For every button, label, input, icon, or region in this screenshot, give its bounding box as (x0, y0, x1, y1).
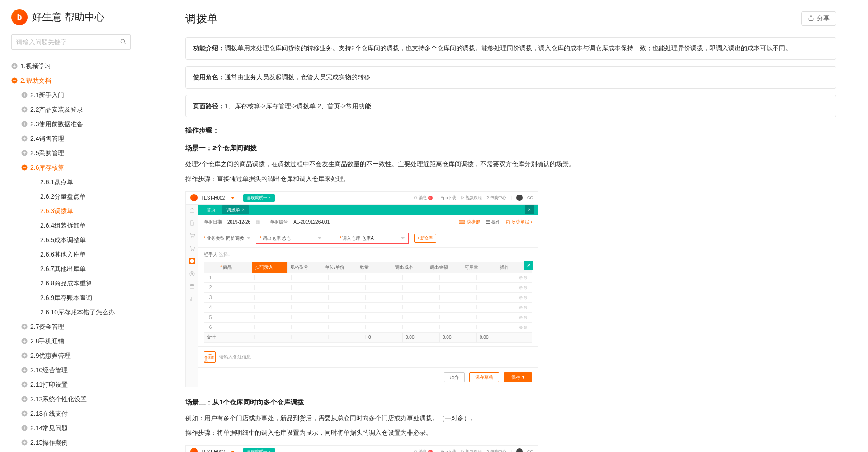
in-warehouse-field[interactable]: *调入仓库 仓库A (340, 235, 404, 242)
tree-leaf[interactable]: 2.6.4组装拆卸单 (31, 218, 140, 233)
row-actions[interactable]: ⊕ ⊖ (514, 283, 532, 292)
table-cell[interactable] (477, 315, 514, 319)
table-cell[interactable] (440, 315, 477, 319)
chevron-down-icon[interactable] (231, 197, 235, 199)
tree-node[interactable]: 2.15操作案例 (21, 435, 140, 450)
close-panel-icon[interactable]: × (525, 205, 534, 214)
close-icon[interactable]: × (242, 207, 245, 212)
table-cell[interactable] (477, 325, 514, 329)
table-cell[interactable] (440, 295, 477, 300)
table-cell[interactable] (366, 325, 403, 329)
table-cell[interactable] (403, 315, 440, 319)
avatar[interactable] (516, 195, 523, 201)
tree-leaf[interactable]: 2.6.1盘点单 (31, 175, 140, 189)
row-actions[interactable]: ⊕ ⊖ (514, 303, 532, 312)
tree-node[interactable]: 2.5采购管理 (21, 146, 140, 160)
table-cell[interactable] (477, 305, 514, 309)
tree-node[interactable]: 2.9优惠券管理 (21, 348, 140, 363)
add-warehouse-button[interactable]: + 新仓库 (414, 234, 436, 243)
table-cell[interactable] (440, 325, 477, 329)
tree-leaf[interactable]: 2.6.5成本调整单 (31, 233, 140, 247)
table-cell[interactable] (329, 305, 366, 309)
table-cell[interactable] (329, 275, 366, 280)
tree-leaf[interactable]: 2.6.10库存账本错了怎么办 (31, 305, 140, 319)
table-cell[interactable] (217, 275, 255, 280)
tree-node[interactable]: 2.帮助文档 (11, 73, 140, 88)
tree-node[interactable]: 2.8手机旺铺 (21, 334, 140, 348)
row-actions[interactable]: ⊕ ⊖ (514, 323, 532, 332)
table-cell[interactable] (292, 295, 329, 300)
table-cell[interactable] (255, 325, 292, 329)
cart-icon[interactable] (189, 245, 195, 252)
table-cell[interactable] (217, 285, 255, 290)
tree-node[interactable]: 2.7资金管理 (21, 319, 140, 334)
tree-leaf[interactable]: 2.6.7其他出库单 (31, 262, 140, 276)
avatar[interactable] (516, 448, 523, 452)
tree-node[interactable]: 1.视频学习 (11, 59, 140, 73)
table-cell[interactable] (440, 305, 477, 309)
remark-icon[interactable]: ☰备注信息 (204, 351, 216, 363)
table-cell[interactable] (366, 275, 403, 280)
expand-icon[interactable]: ⤢ (524, 261, 533, 270)
table-cell[interactable] (292, 285, 329, 290)
search-input[interactable] (11, 34, 131, 50)
money-icon[interactable]: ¥ (189, 271, 195, 277)
share-button[interactable]: 分享 (801, 11, 836, 26)
tree-node[interactable]: 2.11打印设置 (21, 377, 140, 392)
table-cell[interactable] (403, 305, 440, 309)
shortcut-link[interactable]: ⌨ 快捷键 (459, 219, 480, 225)
table-cell[interactable] (403, 295, 440, 300)
video-link[interactable]: ▷ 视频课程 (461, 449, 482, 452)
tree-node[interactable]: 2.6库存核算 (21, 160, 140, 175)
cancel-button[interactable]: 放弃 (444, 372, 465, 382)
msg-link[interactable]: ☖ 消息2 (414, 195, 433, 201)
search-icon[interactable] (120, 38, 126, 46)
table-cell[interactable] (329, 315, 366, 319)
tab-home[interactable]: 首页 (202, 205, 220, 214)
table-cell[interactable] (366, 315, 403, 319)
doc-icon[interactable] (189, 220, 195, 226)
biztype-field[interactable]: *业务类型 同价调拨 (204, 235, 250, 242)
cube-icon[interactable] (189, 258, 195, 264)
save-button[interactable]: 保存 ▾ (504, 372, 532, 382)
table-cell[interactable] (366, 305, 403, 309)
table-cell[interactable] (255, 315, 292, 319)
table-cell[interactable] (292, 325, 329, 329)
table-cell[interactable] (440, 285, 477, 290)
tree-node[interactable]: 2.3使用前数据准备 (21, 117, 140, 131)
tree-node[interactable]: 2.10经营管理 (21, 363, 140, 377)
row-actions[interactable]: ⊕ ⊖ (514, 313, 532, 322)
help-link[interactable]: ? 帮助中心 (486, 195, 506, 201)
table-cell[interactable] (217, 305, 255, 309)
tree-leaf[interactable]: 2.6.3调拨单 (31, 204, 140, 218)
msg-link[interactable]: ☖ 消息2 (414, 449, 433, 452)
handler-field[interactable]: 经手人 选择... (204, 252, 231, 258)
chart-icon[interactable] (189, 296, 195, 302)
tree-node[interactable]: 2.4销售管理 (21, 131, 140, 146)
table-cell[interactable] (403, 285, 440, 290)
out-warehouse-field[interactable]: *调出仓库 总仓 (260, 235, 322, 242)
app-link[interactable]: ○ App下载 (437, 195, 456, 201)
table-cell[interactable] (217, 325, 255, 329)
calendar-icon[interactable]: ▦ (256, 219, 260, 224)
try-button[interactable]: 喜欢就试一下 (243, 194, 275, 202)
draft-button[interactable]: 保存草稿 (469, 372, 499, 382)
help-link[interactable]: ? 帮助中心 (486, 449, 506, 452)
row-actions[interactable]: ⊕ ⊖ (514, 293, 532, 302)
tab-doc[interactable]: 调拨单× (222, 205, 249, 214)
row-actions[interactable]: ⊕ ⊖ (514, 273, 532, 282)
table-cell[interactable] (477, 275, 514, 280)
table-cell[interactable] (440, 275, 477, 280)
table-cell[interactable] (329, 285, 366, 290)
table-cell[interactable] (366, 285, 403, 290)
table-cell[interactable] (366, 295, 403, 300)
tree-node[interactable]: 2.1新手入门 (21, 88, 140, 102)
video-link[interactable]: ▷ 视频课程 (461, 195, 482, 201)
table-cell[interactable] (217, 315, 255, 319)
home-icon[interactable] (189, 207, 195, 214)
table-cell[interactable] (292, 275, 329, 280)
tree-node[interactable]: 2.13在线支付 (21, 406, 140, 421)
table-cell[interactable] (329, 295, 366, 300)
ops-link[interactable]: ☰ 操作 (486, 219, 500, 225)
table-cell[interactable] (292, 305, 329, 309)
